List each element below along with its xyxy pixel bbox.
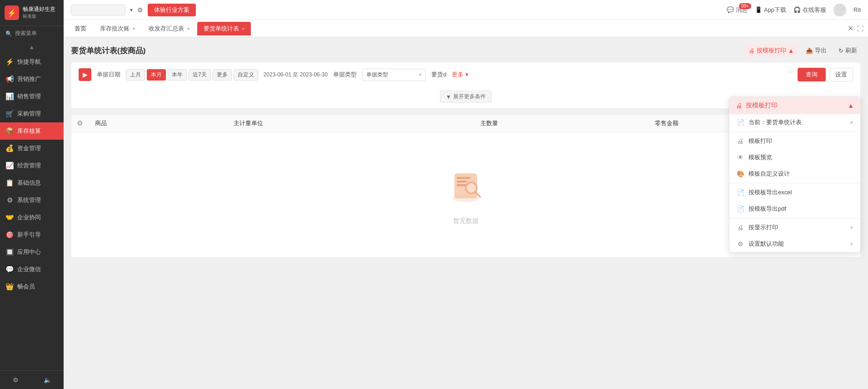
scroll-up-btn[interactable]: ▲ [0,41,64,53]
sidebar-item-wechat[interactable]: 💬 企业微信 [0,261,64,278]
sidebar-item-inventory[interactable]: 📦 库存核算 [0,122,64,140]
print-dropdown-item-template-print[interactable]: 🖨 模板打印 [729,133,860,149]
search-menu-btn[interactable]: 🔍 搜索菜单 [0,26,64,41]
sidebar-item-member[interactable]: 👑 畅会员 [0,278,64,295]
operation-icon: 📈 [5,162,14,170]
date-btn-custom[interactable]: 自定义 [234,69,258,81]
query-btn[interactable]: 查询 [798,68,826,81]
svg-rect-3 [457,181,467,182]
refresh-btn[interactable]: ↻ 刷新 [835,45,861,56]
tab-batch-account-close[interactable]: × [132,26,135,31]
app-download-btn[interactable]: 📱 App下载 [755,6,786,14]
sidebar-item-basic[interactable]: 📋 基础信息 [0,174,64,192]
sidebar-label-sales: 销售管理 [17,92,41,101]
item-export-pdf-left: 📄 按模板导出pdf [737,205,786,213]
sidebar-label-enterprise: 企业协同 [17,213,41,222]
sidebar-item-purchase[interactable]: 🛒 采购管理 [0,105,64,122]
tab-demand-stat-close[interactable]: × [242,26,244,31]
content-area: 要货单统计表(按商品) 🖨 按模板打印 ▲ 📤 导出 ↻ 刷新 [64,37,868,389]
search-menu-label: 搜索菜单 [15,30,37,37]
sidebar-item-sales[interactable]: 📊 销售管理 [0,88,64,105]
more-filter-btn[interactable]: 更多 ▾ [452,71,469,79]
trial-btn[interactable]: 体验行业方案 [148,4,196,16]
tabs-right: ✕ ⛶ [848,24,863,33]
current-template-label: 当前：要货单统计表 [748,118,802,126]
export-pdf-icon: 📄 [737,205,744,212]
print-dropdown-header[interactable]: 🖨 按模板打印 ▲ [729,97,860,114]
settings-footer-btn[interactable]: ⚙ [11,374,20,385]
export-btn[interactable]: 📤 导出 [802,45,830,56]
sidebar: ⚡ 畅康通好生意 标准版 🔍 搜索菜单 ▲ ⚡ 快捷导航 📢 营销推广 📊 销售… [0,0,64,389]
sidebar-item-enterprise[interactable]: 🤝 企业协同 [0,209,64,226]
audio-footer-btn[interactable]: 🔈 [42,374,53,385]
topbar: ▾ ⚙ 体验行业方案 💬 消息 99+ 📱 App下载 🎧 在线客服 Rit [64,0,868,20]
filter-toggle-btn[interactable]: ▶ [79,68,91,81]
template-print-label: 模板打印 [748,137,772,145]
sidebar-item-guide[interactable]: 🎯 新手引导 [0,226,64,243]
settings-btn[interactable]: 设置 [829,68,853,81]
tab-receipt-summary-close[interactable]: × [187,26,190,31]
page-title: 要货单统计表(按商品) [71,45,145,56]
sidebar-item-marketing[interactable]: 📢 营销推广 [0,71,64,88]
appstore-icon: 🔲 [5,248,14,256]
date-btn-more[interactable]: 更多 [213,69,232,81]
export-label: 导出 [815,46,827,55]
display-print-label: 按显示打印 [748,223,778,232]
svg-point-6 [467,183,476,192]
app-download-label: App下载 [764,6,786,14]
sidebar-label-basic: 基础信息 [17,179,41,187]
template-design-icon: 🎨 [737,170,744,177]
print-template-btn[interactable]: 🖨 按模板打印 ▲ [745,45,798,56]
print-dropdown-item-template-design[interactable]: 🎨 模板自定义设计 [729,166,860,182]
topbar-search-input[interactable] [71,5,125,15]
sidebar-item-system[interactable]: ⚙ 系统管理 [0,192,64,209]
print-dropdown-title: 按模板打印 [746,101,778,110]
print-dropdown-current[interactable]: 📄 当前：要货单统计表 ▾ [729,114,860,131]
app-name-block: 畅康通好生意 标准版 [23,6,55,20]
print-dropdown-item-export-excel[interactable]: 📄 按模板导出excel [729,184,860,201]
messages-btn[interactable]: 💬 消息 99+ [727,6,748,14]
tabs-close-all-btn[interactable]: ✕ [848,24,853,33]
user-avatar[interactable] [833,4,846,16]
sidebar-logo[interactable]: ⚡ 畅康通好生意 标准版 [0,0,64,26]
doc-type-filter-label: 单据类型 [333,71,357,79]
print-dropdown-item-template-preview[interactable]: 👁 模板预览 [729,149,860,166]
date-btn-current-month[interactable]: 本月 [147,69,166,81]
tabs-expand-btn[interactable]: ⛶ [857,25,863,32]
filter-ellipsis-btn[interactable]: ··· [788,68,794,81]
sidebar-item-quick-nav[interactable]: ⚡ 快捷导航 [0,53,64,71]
tab-batch-account[interactable]: 库存批次账 × [94,22,141,35]
headset-icon: 🎧 [793,6,801,13]
date-btn-last-7[interactable]: 近7天 [189,69,211,81]
sidebar-footer: ⚙ 🔈 [0,370,64,389]
sidebar-item-operation[interactable]: 📈 经营管理 [0,157,64,174]
table-gear-btn[interactable]: ⚙ [77,119,83,127]
enterprise-icon: 🤝 [5,213,14,222]
print-dropdown-item-export-pdf[interactable]: 📄 按模板导出pdf [729,201,860,217]
inventory-icon: 📦 [5,127,14,135]
wechat-icon: 💬 [5,265,14,273]
date-range-text: 2023-06-01 至 2023-06-30 [264,71,328,79]
tab-receipt-summary[interactable]: 收发存汇总表 × [142,22,196,35]
online-service-btn[interactable]: 🎧 在线客服 [793,6,826,14]
topbar-dropdown-btn[interactable]: ▾ [130,7,133,13]
tab-demand-stat[interactable]: 要货单统计表 × [197,22,251,35]
expand-more-btn[interactable]: ▼ 展开更多条件 [440,91,492,103]
sidebar-item-finance[interactable]: 💰 资金管理 [0,140,64,157]
template-preview-icon: 👁 [737,154,744,161]
date-btn-this-year[interactable]: 本年 [168,69,187,81]
guide-icon: 🎯 [5,231,14,239]
app-download-icon: 📱 [755,6,762,13]
print-dropdown-item-set-default[interactable]: ⚙ 设置默认功能 ▾ [729,236,860,252]
doc-type-select[interactable]: 单据类型 ▾ [362,69,426,81]
divider-1 [729,131,860,132]
date-btn-prev-month[interactable]: 上月 [126,69,145,81]
tab-home[interactable]: 首页 [68,22,93,35]
sidebar-label-member: 畅会员 [17,283,35,291]
print-dropdown-item-display-print[interactable]: 🖨 按显示打印 ▾ [729,219,860,236]
print-dropdown-collapse-btn[interactable]: ▲ [848,102,854,109]
topbar-gear-icon[interactable]: ⚙ [137,6,143,14]
basic-icon: 📋 [5,179,14,187]
item-template-design-left: 🎨 模板自定义设计 [737,170,790,178]
sidebar-item-appstore[interactable]: 🔲 应用中心 [0,243,64,261]
